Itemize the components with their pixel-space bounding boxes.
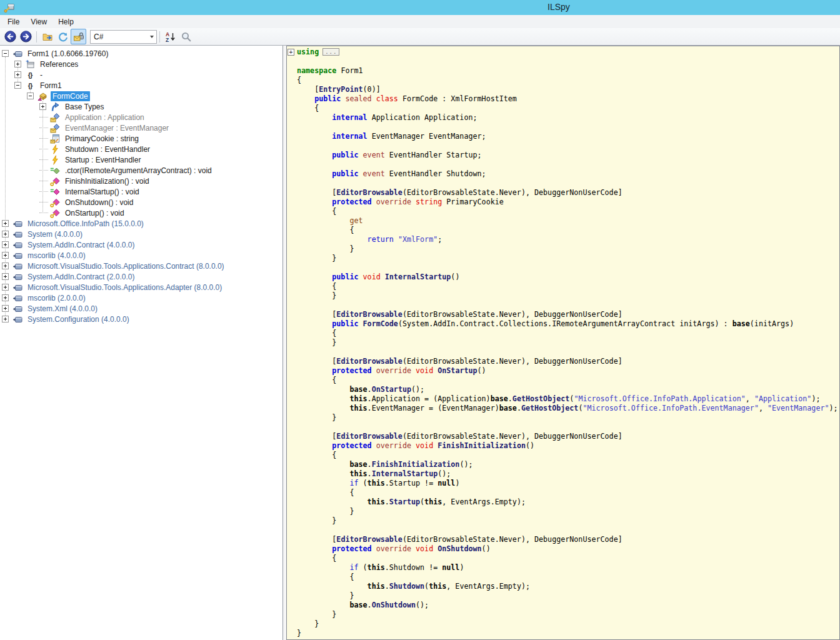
assembly-icon bbox=[12, 314, 22, 324]
refresh-button[interactable] bbox=[55, 29, 71, 44]
assembly-tree: Form1 (1.0.6066.19760)References{}-{}For… bbox=[0, 46, 283, 640]
assembly-icon bbox=[12, 49, 22, 59]
method-internal-icon bbox=[50, 187, 60, 197]
ilspy-window: ILSpy FileViewHelp bbox=[0, 0, 840, 640]
collapse-icon[interactable] bbox=[2, 50, 9, 57]
tree-item[interactable]: System.Xml (4.0.0.0) bbox=[0, 303, 282, 314]
tree-item-label: mscorlib (4.0.0.0) bbox=[26, 251, 88, 261]
tree-connector bbox=[39, 146, 48, 152]
tree-item[interactable]: Application : Application bbox=[0, 112, 282, 122]
assembly-icon bbox=[12, 293, 22, 303]
tree-item[interactable]: Microsoft.VisualStudio.Tools.Application… bbox=[0, 282, 282, 292]
language-select[interactable]: C# bbox=[90, 30, 157, 44]
event-icon bbox=[50, 155, 60, 165]
tree-connector bbox=[39, 156, 48, 163]
tree-item[interactable]: System.AddIn.Contract (4.0.0.0) bbox=[0, 239, 282, 250]
tree-item[interactable]: Shutdown : EventHandler bbox=[0, 144, 282, 154]
tree-connector bbox=[39, 124, 48, 131]
method-protected-icon bbox=[50, 208, 60, 218]
expand-icon[interactable] bbox=[14, 61, 21, 68]
expand-icon[interactable] bbox=[2, 220, 9, 227]
menu-view[interactable]: View bbox=[25, 16, 52, 28]
tree-item[interactable]: Microsoft.VisualStudio.Tools.Application… bbox=[0, 261, 282, 271]
tree-connector bbox=[39, 188, 48, 195]
visibility-toggle-button[interactable] bbox=[71, 29, 86, 44]
expand-icon[interactable] bbox=[14, 71, 21, 78]
tree-item-label: Form1 bbox=[38, 81, 64, 91]
tree-item[interactable]: OnStartup() : void bbox=[0, 208, 282, 218]
tree-item[interactable]: .ctor(IRemoteArgumentArrayContract) : vo… bbox=[0, 165, 282, 176]
tree-item[interactable]: mscorlib (2.0.0.0) bbox=[0, 292, 282, 303]
assembly-icon bbox=[12, 229, 22, 239]
chevron-down-icon bbox=[147, 36, 156, 38]
assembly-icon bbox=[12, 261, 22, 271]
tree-item[interactable]: EventManager : EventManager bbox=[0, 122, 282, 133]
tree-item-label: - bbox=[38, 70, 44, 80]
menu-bar: FileViewHelp bbox=[0, 15, 840, 28]
back-icon bbox=[4, 31, 16, 42]
tree-item[interactable]: InternalStartup() : void bbox=[0, 186, 282, 197]
tree-item-label: Startup : EventHandler bbox=[63, 155, 142, 165]
svg-text:Z: Z bbox=[166, 36, 169, 42]
search-button[interactable] bbox=[178, 29, 194, 44]
forward-icon bbox=[20, 31, 32, 42]
expand-icon[interactable] bbox=[2, 294, 9, 301]
tree-item-label: References bbox=[38, 59, 80, 69]
tree-item[interactable]: System.Configuration (4.0.0.0) bbox=[0, 314, 282, 324]
tree-item[interactable]: OnShutdown() : void bbox=[0, 197, 282, 208]
expand-icon[interactable] bbox=[2, 316, 9, 322]
tree-item[interactable]: Microsoft.Office.InfoPath (15.0.0.0) bbox=[0, 218, 282, 229]
tree-item-label: Application : Application bbox=[63, 112, 146, 122]
expand-icon[interactable] bbox=[2, 241, 9, 248]
tree-item[interactable]: References bbox=[0, 59, 282, 69]
tree-item[interactable]: System.AddIn.Contract (2.0.0.0) bbox=[0, 271, 282, 282]
class-icon bbox=[38, 91, 48, 101]
tree-item-label: Microsoft.VisualStudio.Tools.Application… bbox=[26, 261, 226, 271]
tree-item-label: System.AddIn.Contract (2.0.0.0) bbox=[26, 272, 136, 282]
tree-item-label: OnStartup() : void bbox=[63, 208, 126, 218]
tree-item[interactable]: System (4.0.0.0) bbox=[0, 229, 282, 239]
tree-item[interactable]: mscorlib (4.0.0.0) bbox=[0, 250, 282, 261]
title-bar: ILSpy bbox=[0, 0, 840, 15]
tree-item[interactable]: Startup : EventHandler bbox=[0, 154, 282, 165]
tree-item[interactable]: FormCode bbox=[0, 91, 282, 101]
namespace-icon: {} bbox=[25, 70, 35, 80]
collapse-icon[interactable] bbox=[14, 82, 21, 89]
collapse-icon[interactable] bbox=[27, 92, 34, 99]
menu-help[interactable]: Help bbox=[52, 16, 79, 28]
tree-item[interactable]: FinishInitialization() : void bbox=[0, 176, 282, 186]
expand-icon[interactable] bbox=[2, 231, 9, 238]
tree-connector bbox=[39, 167, 48, 174]
sort-assemblies-button[interactable]: A Z bbox=[162, 29, 178, 44]
tree-item[interactable]: {}- bbox=[0, 69, 282, 80]
tree-item[interactable]: Form1 (1.0.6066.19760) bbox=[0, 48, 282, 59]
fold-marker-icon[interactable]: + bbox=[288, 49, 294, 56]
expand-icon[interactable] bbox=[2, 305, 9, 312]
toolbar-separator bbox=[159, 31, 160, 42]
tree-item[interactable]: Base Types bbox=[0, 101, 282, 112]
assembly-icon bbox=[12, 272, 22, 282]
expand-icon[interactable] bbox=[2, 262, 9, 269]
open-assembly-button[interactable] bbox=[39, 29, 55, 44]
tree-connector bbox=[39, 178, 48, 184]
namespace-icon: {} bbox=[25, 81, 35, 91]
back-button[interactable] bbox=[2, 29, 18, 44]
assembly-icon bbox=[12, 251, 22, 261]
tree-item-label: FormCode bbox=[51, 91, 90, 101]
collapsed-region-box[interactable]: ... bbox=[322, 48, 339, 56]
tree-item-label: Base Types bbox=[63, 102, 106, 112]
main-area: Form1 (1.0.6066.19760)References{}-{}For… bbox=[0, 46, 840, 640]
menu-file[interactable]: File bbox=[2, 16, 25, 28]
expand-icon[interactable] bbox=[39, 103, 46, 110]
assembly-icon bbox=[12, 219, 22, 229]
tree-item[interactable]: PrimaryCookie : string bbox=[0, 133, 282, 144]
expand-icon[interactable] bbox=[2, 273, 9, 280]
base-types-icon bbox=[50, 102, 60, 112]
tree-item[interactable]: {}Form1 bbox=[0, 80, 282, 91]
forward-button[interactable] bbox=[18, 29, 34, 44]
expand-icon[interactable] bbox=[2, 252, 9, 259]
expand-icon[interactable] bbox=[2, 284, 9, 291]
toolbar: C# A Z bbox=[0, 28, 840, 46]
field-icon bbox=[50, 112, 60, 122]
tree-item-label: Microsoft.Office.InfoPath (15.0.0.0) bbox=[26, 219, 146, 229]
